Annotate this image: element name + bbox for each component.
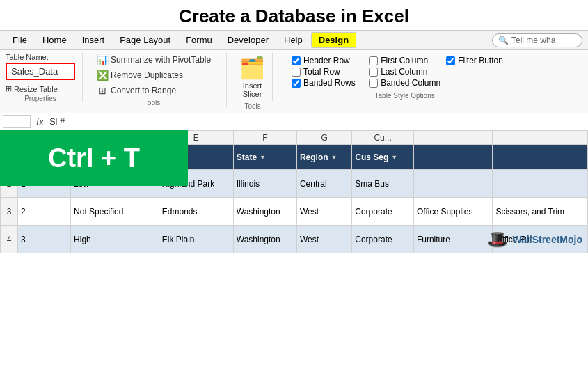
row-3-priority: Not Specified <box>71 198 159 226</box>
total-row-checkbox[interactable] <box>292 68 301 77</box>
row-3-extra1: Office Supplies <box>413 198 492 226</box>
col-state-header: State ▼ <box>233 145 296 170</box>
checkbox-banded-column[interactable]: Banded Column <box>369 78 440 88</box>
ribbon: Table Name: ⊞ Resize Table Properties 📊 … <box>0 50 588 113</box>
row-4-sl: 3 <box>18 226 71 253</box>
spreadsheet-area: Ctrl + T A D E F G Cu... 1 Sl # <box>0 130 588 253</box>
row-4-cus-seg: Corporate <box>352 226 414 253</box>
remove-duplicates-btn[interactable]: ❎ Remove Duplicates <box>94 68 214 82</box>
state-dropdown-icon[interactable]: ▼ <box>260 154 266 161</box>
page-title: Create a Database in Excel <box>0 0 588 30</box>
insert-slicer-btn[interactable]: 🗂️ InsertSlicer <box>232 53 273 101</box>
ribbon-group-tools: 📊 Summarize with PivotTable ❎ Remove Dup… <box>88 53 227 107</box>
filter-button-label: Filter Button <box>458 56 503 65</box>
formula-bar: fx Sl # <box>0 113 588 130</box>
col-extra1-header <box>413 145 492 170</box>
resize-icon: ⊞ <box>6 84 12 93</box>
checkbox-first-column[interactable]: First Column <box>369 56 440 65</box>
first-column-checkbox[interactable] <box>369 56 378 65</box>
ribbon-group-label-slicer: Tools <box>232 101 273 110</box>
banded-column-checkbox[interactable] <box>369 79 378 88</box>
row-4-num: 4 <box>1 226 18 253</box>
convert-to-range-label: Convert to Range <box>111 86 176 95</box>
header-row-checkbox[interactable] <box>292 56 301 65</box>
checkbox-header-row[interactable]: Header Row <box>292 56 363 65</box>
menu-item-help[interactable]: Help <box>277 33 310 47</box>
row-4-city: Elk Plain <box>159 226 233 253</box>
col-header-g: G <box>296 131 351 145</box>
ribbon-group-label-properties: Properties <box>6 93 75 102</box>
table-name-input[interactable] <box>6 63 75 80</box>
row-4-state: Washington <box>233 226 296 253</box>
menu-item-pagelayout[interactable]: Page Layout <box>113 33 177 47</box>
watermark-text: WallStreetMojo <box>512 234 582 245</box>
banded-column-label: Banded Column <box>381 78 440 88</box>
ribbon-buttons: 📊 Summarize with PivotTable ❎ Remove Dup… <box>88 53 219 97</box>
cus-seg-header-text: Cus Seg <box>355 152 388 162</box>
row-4-priority: High <box>71 226 159 253</box>
fx-label: fx <box>33 116 47 127</box>
menu-item-insert[interactable]: Insert <box>75 33 112 47</box>
row-2-state: Illinois <box>233 170 296 198</box>
row-2-extra2 <box>493 170 588 198</box>
filter-button-checkbox[interactable] <box>446 56 455 65</box>
region-header-text: Region <box>300 152 328 162</box>
resize-table-label: Resize Table <box>14 85 58 93</box>
remove-duplicates-icon: ❎ <box>97 70 108 81</box>
row-3-sl: 2 <box>18 198 71 226</box>
menu-item-home[interactable]: Home <box>35 33 74 47</box>
menu-item-formula[interactable]: Formu <box>179 33 219 47</box>
search-box[interactable]: 🔍 Tell me wha <box>492 33 582 47</box>
first-column-label: First Column <box>381 56 428 65</box>
checkbox-total-row[interactable]: Total Row <box>292 67 363 77</box>
table-name-label: Table Name: <box>6 53 75 61</box>
resize-table-btn[interactable]: ⊞ Resize Table <box>6 84 75 93</box>
menu-item-design[interactable]: Design <box>311 32 356 48</box>
last-column-label: Last Column <box>381 67 427 77</box>
search-text: Tell me wha <box>511 36 555 45</box>
col-header-f: F <box>233 131 296 145</box>
table-row: 3 2 Not Specified Edmonds Washington Wes… <box>1 198 588 226</box>
watermark-icon: 🎩 <box>487 230 508 249</box>
row-3-num: 3 <box>1 198 18 226</box>
row-3-region: West <box>296 198 351 226</box>
col-header-extra1 <box>413 131 492 145</box>
summarize-pivottable-btn[interactable]: 📊 Summarize with PivotTable <box>94 53 214 67</box>
banded-rows-checkbox[interactable] <box>292 79 301 88</box>
banded-rows-label: Banded Rows <box>303 78 356 88</box>
row-2-cus-seg: Sma Bus <box>352 170 414 198</box>
row-3-extra2: Scissors, and Trim <box>493 198 588 226</box>
checkboxes-group: Header Row First Column Filter Button To… <box>286 53 523 91</box>
col-region-header: Region ▼ <box>296 145 351 170</box>
col-extra2-header <box>493 145 588 170</box>
region-dropdown-icon[interactable]: ▼ <box>331 154 337 161</box>
ctrl-t-overlay: Ctrl + T <box>0 130 188 186</box>
table-name-section: Table Name: ⊞ Resize Table <box>6 53 75 93</box>
header-row-label: Header Row <box>303 56 350 65</box>
menu-item-developer[interactable]: Developer <box>221 33 276 47</box>
menu-item-file[interactable]: File <box>6 33 34 47</box>
pivottable-icon: 📊 <box>97 54 108 65</box>
col-header-cu: Cu... <box>352 131 414 145</box>
watermark: 🎩 WallStreetMojo <box>487 230 582 249</box>
slicer-icon: 🗂️ <box>239 56 265 80</box>
remove-duplicates-label: Remove Duplicates <box>111 70 183 80</box>
cell-ref-input[interactable] <box>3 115 31 128</box>
menu-bar: File Home Insert Page Layout Formu Devel… <box>0 30 588 50</box>
checkbox-filter-button[interactable]: Filter Button <box>446 56 518 65</box>
cus-seg-dropdown-icon[interactable]: ▼ <box>391 154 397 161</box>
ribbon-group-label-tools: ools <box>88 97 219 107</box>
formula-content: Sl # <box>49 116 65 127</box>
checkbox-last-column[interactable]: Last Column <box>369 67 440 77</box>
row-3-city: Edmonds <box>159 198 233 226</box>
last-column-checkbox[interactable] <box>369 68 378 77</box>
search-icon: 🔍 <box>498 36 509 45</box>
convert-to-range-btn[interactable]: ⊞ Convert to Range <box>94 84 214 97</box>
row-4-region: West <box>296 226 351 253</box>
row-2-region: Central <box>296 170 351 198</box>
ribbon-group-table-name: Table Name: ⊞ Resize Table Properties <box>6 53 83 102</box>
col-cus-seg-header: Cus Seg ▼ <box>352 145 414 170</box>
summarize-pivottable-label: Summarize with PivotTable <box>111 55 211 65</box>
row-3-state: Washington <box>233 198 296 226</box>
checkbox-banded-rows[interactable]: Banded Rows <box>292 78 363 88</box>
